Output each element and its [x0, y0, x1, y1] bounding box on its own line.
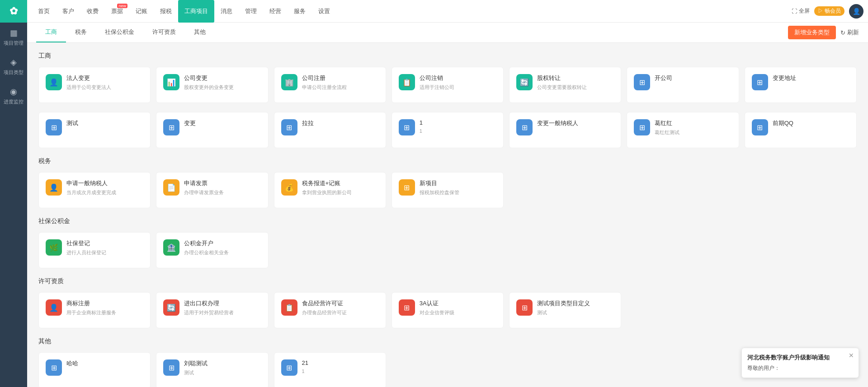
cards-grid-gongshang-2: ⊞ 测试 ⊞ 变更 ⊞ 拉拉 — [38, 112, 857, 148]
nav-customer[interactable]: 客户 — [56, 0, 80, 23]
sidebar-item-progress[interactable]: ◉ 进度监控 — [0, 81, 27, 111]
topnav-right: ⛶ 全屏 ▷ 畅会员 👤 — [792, 4, 863, 19]
card-ot1-title: 哈哈 — [66, 359, 78, 368]
card-gs6[interactable]: ⊞ 开公司 — [627, 67, 739, 103]
card-gs3-icon: 🏢 — [281, 74, 297, 90]
card-sb1[interactable]: 🌿 社保登记 进行人员社保登记 — [38, 232, 151, 268]
card-gs8[interactable]: ⊞ 测试 — [38, 112, 151, 148]
card-gs1[interactable]: 👤 法人变更 适用于公司变更法人 — [38, 67, 151, 103]
card-sb2-desc: 办理公积金相关业务 — [184, 249, 229, 256]
card-sw1-desc: 当月或次月成变更完成 — [66, 189, 116, 196]
sidebar: ✿ ▦ 项目管理 ◈ 项目类型 ◉ 进度监控 — [0, 0, 27, 387]
card-xk4-title: 3A认证 — [420, 299, 454, 308]
nav-billing[interactable]: 收费 — [80, 0, 105, 23]
card-ot1[interactable]: ⊞ 哈哈 — [38, 352, 151, 387]
nav-service[interactable]: 服务 — [288, 0, 312, 23]
tab-shuiwu[interactable]: 税务 — [66, 23, 96, 42]
card-gs5[interactable]: 🔄 股权转让 公司变更需要股权转让 — [509, 67, 621, 103]
sidebar-item-project-mgmt[interactable]: ▦ 项目管理 — [0, 23, 27, 52]
tabs-bar: 工商 税务 社保公积金 许可资质 其他 新增业务类型 ↻ 刷新 — [27, 23, 868, 43]
card-gs14-icon: ⊞ — [752, 119, 768, 135]
card-xk3-icon: 📋 — [281, 299, 297, 316]
card-ot3[interactable]: ⊞ 21 1 — [274, 352, 386, 387]
tabs-left: 工商 税务 社保公积金 许可资质 其他 — [36, 23, 215, 42]
card-xk2-title: 进出口权办理 — [184, 299, 234, 308]
card-gs4[interactable]: 📋 公司注销 适用于注销公司 — [392, 67, 504, 103]
section-title-shebao: 社保公积金 — [38, 217, 857, 225]
add-biz-type-button[interactable]: 新增业务类型 — [788, 26, 836, 39]
vip-btn[interactable]: ▷ 畅会员 — [814, 6, 844, 16]
project-mgmt-icon: ▦ — [10, 28, 18, 38]
card-xk1-title: 商标注册 — [66, 299, 116, 308]
scroll-content: 工商 👤 法人变更 适用于公司变更法人 📊 公司变更 股权变更外的业务变更 — [27, 43, 868, 387]
avatar[interactable]: 👤 — [849, 4, 863, 19]
fullscreen-btn[interactable]: ⛶ 全屏 — [792, 7, 810, 15]
nav-accounts[interactable]: 记账 — [129, 0, 154, 23]
card-gs3-desc: 申请公司注册全流程 — [302, 84, 347, 91]
topnav: 首页 客户 收费 票据 new 记账 报税 工商项目 消息 管理 经营 服务 设… — [27, 0, 868, 23]
sidebar-label-progress: 进度监控 — [4, 98, 24, 105]
progress-icon: ◉ — [10, 87, 17, 97]
cards-grid-shebao: 🌿 社保登记 进行人员社保登记 🏦 公积金开户 办理公积金相关业务 — [38, 232, 857, 268]
card-sw1-icon: 👤 — [46, 179, 62, 196]
card-gs13[interactable]: ⊞ 葛红红 葛红红测试 — [627, 112, 739, 148]
nav-management[interactable]: 管理 — [239, 0, 263, 23]
notification-close-button[interactable]: ✕ — [849, 352, 854, 359]
card-gs3[interactable]: 🏢 公司注册 申请公司注册全流程 — [274, 67, 386, 103]
nav-industrial[interactable]: 工商项目 — [178, 0, 214, 23]
card-gs4-title: 公司注销 — [420, 74, 454, 82]
card-xk4[interactable]: ⊞ 3A认证 对企业信誉评级 — [392, 292, 504, 328]
card-xk1[interactable]: 👤 商标注册 用于企业商标注册服务 — [38, 292, 151, 328]
section-title-xuke: 许可资质 — [38, 277, 857, 285]
card-sw3-desc: 拿到营业执照的新公司 — [302, 189, 352, 196]
card-gs14[interactable]: ⊞ 前期QQ — [745, 112, 857, 148]
card-sb2[interactable]: 🏦 公积金开户 办理公积金相关业务 — [156, 232, 268, 268]
nav-message[interactable]: 消息 — [214, 0, 239, 23]
card-gs10[interactable]: ⊞ 拉拉 — [274, 112, 386, 148]
card-sw4[interactable]: ⊞ 新项目 报税加税控盘保管 — [392, 172, 504, 208]
card-xk2[interactable]: 🔄 进出口权办理 适用于对外贸易经营者 — [156, 292, 268, 328]
card-xk5[interactable]: ⊞ 测试项目类型目定义 测试 — [509, 292, 621, 328]
card-ot2-title: 刘聪测试 — [184, 359, 208, 368]
main-area: 首页 客户 收费 票据 new 记账 报税 工商项目 消息 管理 经营 服务 设… — [27, 0, 868, 387]
nav-tax[interactable]: 报税 — [154, 0, 178, 23]
tab-other[interactable]: 其他 — [185, 23, 215, 42]
notification-title: 河北税务数字账户升级影响通知 — [747, 354, 853, 362]
card-sw4-icon: ⊞ — [399, 179, 415, 196]
tabs-right: 新增业务类型 ↻ 刷新 — [788, 26, 859, 39]
fullscreen-label: 全屏 — [799, 7, 810, 15]
card-gs11-desc: 1 — [420, 128, 423, 135]
card-xk5-title: 测试项目类型目定义 — [537, 299, 590, 308]
card-sw2[interactable]: 📄 申请发票 办理申请发票业务 — [156, 172, 268, 208]
card-gs5-icon: 🔄 — [516, 74, 533, 90]
nav-invoices[interactable]: 票据 new — [105, 0, 129, 23]
card-xk3[interactable]: 📋 食品经营许可证 办理食品经营许可证 — [274, 292, 386, 328]
cards-grid-shuiwu: 👤 申请一般纳税人 当月或次月成变更完成 📄 申请发票 办理申请发票业务 💰 — [38, 172, 857, 208]
card-sw3[interactable]: 💰 税务报道+记账 拿到营业执照的新公司 — [274, 172, 386, 208]
card-gs6-title: 开公司 — [655, 74, 672, 82]
nav-home[interactable]: 首页 — [32, 0, 56, 23]
tab-xuke[interactable]: 许可资质 — [143, 23, 185, 42]
card-gs9[interactable]: ⊞ 变更 — [156, 112, 268, 148]
card-ot2[interactable]: ⊞ 刘聪测试 测试 — [156, 352, 268, 387]
fullscreen-icon: ⛶ — [792, 8, 797, 14]
refresh-button[interactable]: ↻ 刷新 — [840, 28, 859, 37]
card-sw1[interactable]: 👤 申请一般纳税人 当月或次月成变更完成 — [38, 172, 151, 208]
tab-shebao[interactable]: 社保公积金 — [96, 23, 143, 42]
nav-settings[interactable]: 设置 — [312, 0, 336, 23]
cards-grid-other: ⊞ 哈哈 ⊞ 刘聪测试 测试 ⊞ 21 1 — [38, 352, 857, 387]
card-gs8-title: 测试 — [66, 119, 78, 127]
card-gs7[interactable]: ⊞ 变更地址 — [745, 67, 857, 103]
tab-gongshang[interactable]: 工商 — [36, 23, 66, 42]
card-xk4-desc: 对企业信誉评级 — [420, 309, 454, 316]
card-sb2-icon: 🏦 — [163, 239, 179, 256]
card-xk5-desc: 测试 — [537, 309, 590, 316]
card-gs12-icon: ⊞ — [516, 119, 533, 135]
sidebar-item-project-type[interactable]: ◈ 项目类型 — [0, 52, 27, 81]
card-gs11[interactable]: ⊞ 1 1 — [392, 112, 504, 148]
card-sw3-title: 税务报道+记账 — [302, 179, 352, 187]
card-gs2[interactable]: 📊 公司变更 股权变更外的业务变更 — [156, 67, 268, 103]
card-gs12[interactable]: ⊞ 变更一般纳税人 — [509, 112, 621, 148]
nav-operation[interactable]: 经营 — [263, 0, 288, 23]
card-sb2-title: 公积金开户 — [184, 239, 229, 247]
